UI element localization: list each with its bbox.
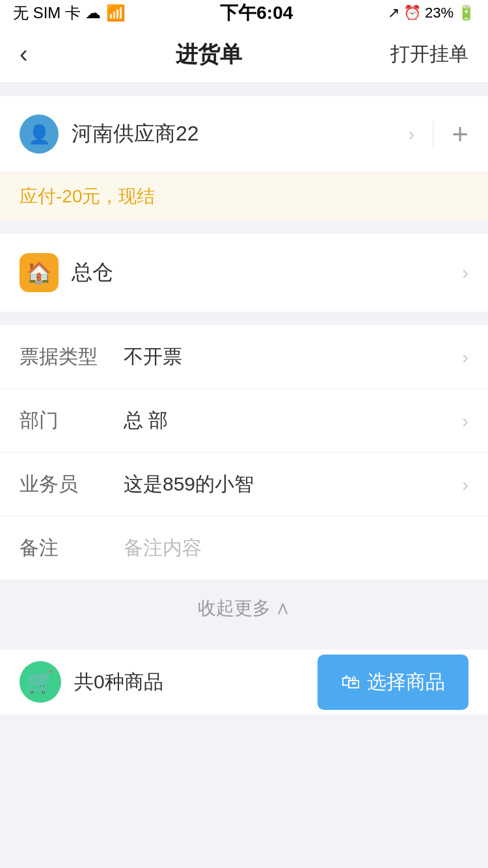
chevron-right-icon: › — [462, 262, 468, 284]
status-time: 下午6:04 — [220, 1, 293, 25]
avatar: 👤 — [20, 115, 59, 154]
status-right: ↗ ⏰ 23% 🔋 — [388, 5, 475, 21]
supplier-card: 👤 河南供应商22 › + 应付-20元，现结 — [0, 96, 488, 221]
nav-bar: ‹ 进货单 打开挂单 — [0, 26, 488, 83]
collapse-toggle[interactable]: 收起更多 ∧ — [0, 580, 488, 636]
avatar-icon: 👤 — [28, 124, 51, 145]
ticket-type-value: 不开票 — [124, 344, 462, 370]
department-value: 总 部 — [124, 407, 462, 434]
section-gap-1 — [0, 83, 488, 96]
goods-count: 共0种商品 — [74, 669, 318, 696]
chevron-right-icon: › — [462, 410, 468, 432]
supplier-row[interactable]: 👤 河南供应商22 › + — [0, 96, 488, 172]
alert-banner: 应付-20元，现结 — [0, 172, 488, 221]
salesperson-label: 业务员 — [20, 471, 111, 498]
supplier-name: 河南供应商22 — [72, 120, 408, 148]
page-title: 进货单 — [176, 40, 242, 70]
battery-level: 23% — [425, 5, 454, 21]
add-button[interactable]: + — [452, 120, 468, 148]
remark-label: 备注 — [20, 535, 111, 562]
alarm-icon: ⏰ — [403, 5, 421, 21]
select-goods-icon: 🛍 — [341, 671, 360, 693]
select-goods-button[interactable]: 🛍 选择商品 — [318, 655, 468, 710]
warehouse-label: 总仓 — [72, 258, 462, 287]
location-icon: ↗ — [388, 5, 400, 21]
goods-icon-bg: 🛒 — [20, 661, 61, 703]
chevron-right-icon: › — [462, 346, 468, 368]
section-gap-4 — [0, 636, 488, 649]
wifi-icon: 📶 — [106, 4, 126, 22]
warehouse-card: 🏠 总仓 › — [0, 234, 488, 312]
goods-icon: 🛒 — [27, 670, 53, 694]
select-goods-label: 选择商品 — [367, 669, 445, 696]
battery-icon: 🔋 — [457, 5, 475, 21]
vertical-divider — [433, 121, 433, 147]
chevron-right-icon: › — [462, 474, 468, 496]
collapse-label: 收起更多 ∧ — [198, 598, 291, 618]
remark-row[interactable]: 备注 备注内容 — [0, 517, 488, 580]
ticket-type-label: 票据类型 — [20, 344, 111, 370]
department-row[interactable]: 部门 总 部 › — [0, 389, 488, 453]
footer-bar: 🛒 共0种商品 🛍 选择商品 — [0, 649, 488, 714]
open-pending-button[interactable]: 打开挂单 — [390, 41, 468, 68]
alert-text: 应付-20元，现结 — [20, 186, 155, 206]
ticket-type-row[interactable]: 票据类型 不开票 › — [0, 325, 488, 389]
section-gap-3 — [0, 312, 488, 325]
salesperson-value: 这是859的小智 — [124, 471, 462, 498]
warehouse-icon-bg: 🏠 — [20, 253, 59, 292]
chevron-right-icon: › — [408, 123, 414, 145]
status-left: 无 SIM 卡 ☁ 📶 — [13, 3, 126, 23]
salesperson-row[interactable]: 业务员 这是859的小智 › — [0, 453, 488, 517]
section-gap-2 — [0, 221, 488, 234]
department-label: 部门 — [20, 407, 111, 434]
remark-input[interactable]: 备注内容 — [124, 535, 468, 562]
sim-status: 无 SIM 卡 ☁ — [13, 3, 101, 23]
warehouse-row[interactable]: 🏠 总仓 › — [0, 234, 488, 312]
warehouse-icon: 🏠 — [26, 260, 52, 285]
form-card: 票据类型 不开票 › 部门 总 部 › 业务员 这是859的小智 › 备注 备注… — [0, 325, 488, 580]
status-bar: 无 SIM 卡 ☁ 📶 下午6:04 ↗ ⏰ 23% 🔋 — [0, 0, 488, 26]
back-button[interactable]: ‹ — [20, 40, 28, 68]
